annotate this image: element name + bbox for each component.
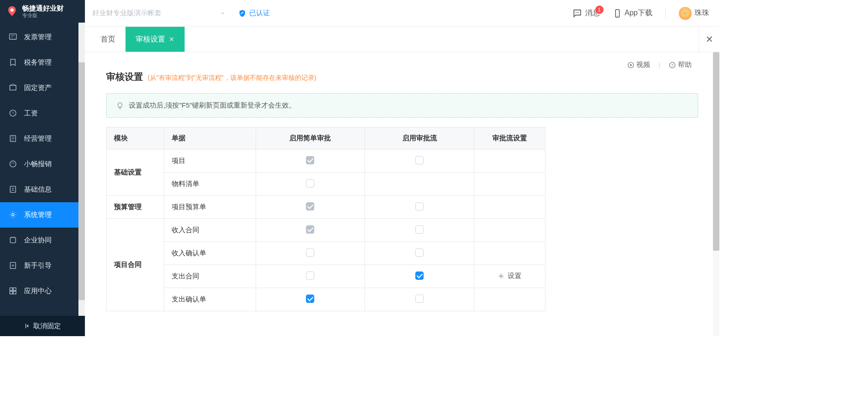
- col-doc: 单据: [164, 127, 256, 150]
- col-setting: 审批流设置: [474, 127, 545, 150]
- nav-icon: [8, 210, 18, 219]
- svg-text:?: ?: [671, 63, 674, 67]
- nav-icon: [8, 83, 18, 92]
- brand-edition: 专业版: [22, 12, 64, 18]
- sidebar-item-10[interactable]: 应用中心: [0, 278, 85, 304]
- messages-badge: 1: [595, 6, 604, 14]
- nav-label: 固定资产: [24, 84, 52, 92]
- content-scrollbar-track[interactable]: [713, 52, 719, 336]
- sidebar-item-6[interactable]: 基础信息: [0, 177, 85, 202]
- cell-doc: 收入合同: [164, 219, 256, 242]
- svg-rect-13: [10, 291, 12, 294]
- tab-home-label: 首页: [101, 35, 115, 44]
- sidebar-scrollbar-track[interactable]: [78, 23, 85, 316]
- cell-flow: [365, 173, 474, 196]
- cell-setting: [474, 196, 545, 219]
- table-row: 物料清单: [107, 173, 545, 196]
- sidebar-item-4[interactable]: 经营管理: [0, 126, 85, 151]
- cell-setting: [474, 219, 545, 242]
- nav-label: 应用中心: [24, 287, 52, 295]
- brand: 畅捷通好业财 专业版: [0, 0, 85, 23]
- page-tools: 视频 | ? 帮助: [627, 60, 692, 69]
- table-row: 支出合同设置: [107, 265, 545, 288]
- sidebar-item-9[interactable]: 新手引导: [0, 253, 85, 278]
- nav-label: 小畅报销: [24, 160, 52, 169]
- svg-point-17: [578, 12, 579, 13]
- user-menu[interactable]: 珠珠: [676, 7, 712, 20]
- checkbox[interactable]: [415, 156, 424, 164]
- sidebar-item-0[interactable]: 发票管理: [0, 24, 85, 50]
- checkbox[interactable]: [306, 271, 314, 280]
- verified-badge[interactable]: 已认证: [238, 9, 270, 18]
- page-subtitle: (从"有审流程"到"无审流程"，该单据不能存在未审核的记录): [148, 74, 316, 82]
- nav-label: 新手引导: [24, 261, 52, 270]
- col-flow: 启用审批流: [365, 127, 474, 150]
- checkbox[interactable]: [415, 271, 424, 280]
- verified-label: 已认证: [249, 9, 270, 18]
- cell-simple: [256, 265, 365, 288]
- svg-point-7: [12, 188, 13, 189]
- app-download-button[interactable]: App下载: [610, 8, 655, 18]
- sidebar-scrollbar-thumb[interactable]: [78, 62, 85, 300]
- checkbox[interactable]: [415, 295, 424, 303]
- checkbox[interactable]: [306, 248, 314, 257]
- checkbox[interactable]: [306, 225, 314, 234]
- content-scrollbar-thumb[interactable]: [713, 52, 719, 251]
- checkbox[interactable]: [415, 225, 424, 234]
- checkbox[interactable]: [306, 202, 314, 211]
- sidebar-item-8[interactable]: 企业协同: [0, 228, 85, 253]
- svg-point-26: [500, 275, 502, 277]
- sidebar: 畅捷通好业财 专业版 发票管理税务管理固定资产工资经营管理小畅报销基础信息系统管…: [0, 0, 85, 336]
- checkbox[interactable]: [306, 179, 314, 187]
- tabs: 首页 审核设置 ✕ ✕: [85, 27, 719, 52]
- checkbox[interactable]: [415, 248, 424, 257]
- close-all-tabs-button[interactable]: ✕: [699, 27, 719, 52]
- unpin-button[interactable]: 取消固定: [0, 316, 85, 336]
- checkbox[interactable]: [415, 202, 424, 211]
- sidebar-item-2[interactable]: 固定资产: [0, 75, 85, 101]
- gear-icon: [497, 272, 505, 280]
- svg-rect-2: [10, 85, 16, 90]
- user-name: 珠珠: [694, 8, 709, 18]
- table-row: 基础设置项目: [107, 150, 545, 173]
- checkbox[interactable]: [306, 295, 314, 303]
- messages-button[interactable]: 消息 1: [569, 8, 603, 18]
- cell-simple: [256, 219, 365, 242]
- svg-rect-14: [13, 291, 16, 294]
- cell-module: 预算管理: [107, 196, 164, 219]
- cell-setting: [474, 173, 545, 196]
- tab-home[interactable]: 首页: [90, 27, 126, 52]
- nav-icon: [8, 235, 18, 245]
- tab-audit-settings[interactable]: 审核设置 ✕: [126, 27, 185, 52]
- cell-simple: [256, 173, 365, 196]
- cell-module: 基础设置: [107, 150, 164, 196]
- cell-setting: [474, 288, 545, 311]
- sidebar-item-7[interactable]: 系统管理: [0, 202, 85, 228]
- nav-icon: [8, 286, 18, 295]
- video-link[interactable]: 视频: [627, 60, 650, 69]
- content: 视频 | ? 帮助 审核设置 (从"有审流程"到"无审流程"，该单据不能存在未审…: [85, 52, 719, 336]
- nav-label: 系统管理: [24, 211, 52, 219]
- main: 好业财专业版演示帐套 已认证 消息 1 App下载: [85, 0, 719, 336]
- app-download-label: App下载: [625, 8, 652, 18]
- sidebar-item-3[interactable]: 工资: [0, 101, 85, 126]
- nav-label: 经营管理: [24, 134, 52, 143]
- cell-setting: [474, 150, 545, 173]
- sidebar-item-5[interactable]: 小畅报销: [0, 151, 85, 177]
- account-name: 好业财专业版演示帐套: [92, 9, 162, 18]
- flow-settings-link[interactable]: 设置: [497, 271, 521, 280]
- cell-flow: [365, 288, 474, 311]
- checkbox[interactable]: [306, 156, 314, 164]
- cell-simple: [256, 242, 365, 265]
- sidebar-item-1[interactable]: 税务管理: [0, 50, 85, 75]
- account-selector[interactable]: 好业财专业版演示帐套: [92, 9, 231, 18]
- svg-point-5: [10, 161, 16, 167]
- page-title-text: 审核设置: [106, 71, 143, 83]
- cell-doc: 物料清单: [164, 173, 256, 196]
- help-link[interactable]: ? 帮助: [669, 60, 692, 69]
- nav-label: 基础信息: [24, 185, 52, 194]
- svg-point-0: [11, 8, 14, 12]
- cell-setting: [474, 242, 545, 265]
- tab-close-icon[interactable]: ✕: [169, 36, 174, 43]
- table-row: 收入确认单: [107, 242, 545, 265]
